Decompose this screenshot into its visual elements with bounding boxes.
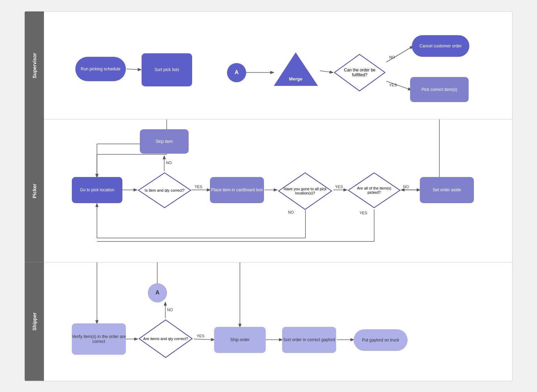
svg-text:NO: NO: [389, 55, 395, 59]
are-items-qty-correct-node: Are items and qty correct?: [137, 318, 194, 359]
svg-text:YES: YES: [335, 185, 343, 189]
sort-pick-lists-node: Sort pick lists: [142, 53, 192, 86]
ship-order-node: Ship order: [214, 327, 266, 353]
place-item-node: Place item in cardboard box: [210, 177, 264, 203]
picker-lane: NO YES NO YES NO: [44, 120, 512, 262]
svg-line-42: [194, 339, 214, 340]
svg-line-3: [386, 46, 413, 62]
svg-text:YES: YES: [389, 83, 397, 87]
gone-all-pick-locations-node: Have you gone to all pick location(s)?: [277, 171, 333, 211]
cancel-order-node: Cancel customer order: [412, 35, 469, 57]
picker-label: Picker: [25, 120, 44, 262]
pick-correct-items-node: Pick correct item(s): [410, 77, 469, 102]
put-gaylord-truck-node: Put gaylord on truck: [354, 329, 408, 351]
diagram-container: Supervisor Picker Shipper NO YES: [24, 11, 513, 381]
run-picking-node: Run picking schedule: [75, 57, 126, 81]
set-order-aside-node: Set order aside: [420, 177, 474, 203]
all-items-picked-node: Are all of the item(s) picked?: [347, 171, 402, 209]
svg-text:NO: NO: [403, 185, 409, 189]
circle-a-supervisor-node: A: [227, 63, 246, 82]
supervisor-lane: NO YES Run picking schedule Sort pick li…: [44, 11, 512, 120]
is-item-qty-correct-node: Is item and qty correct?: [137, 171, 192, 209]
merge-node: Merge: [272, 49, 319, 89]
sort-gaylord-node: Sort order in correct gaylord: [282, 327, 336, 353]
lanes-content: NO YES Run picking schedule Sort pick li…: [44, 11, 512, 381]
svg-text:Merge: Merge: [289, 76, 302, 82]
svg-text:NO: NO: [166, 161, 172, 165]
supervisor-label: Supervisor: [25, 11, 44, 120]
svg-line-2: [320, 71, 333, 72]
go-pick-location-node: Go to pick location: [72, 177, 122, 203]
verify-items-node: Verify item(s) in the order are correct: [72, 323, 126, 355]
svg-text:YES: YES: [195, 185, 202, 189]
circle-a-shipper-node: A: [148, 283, 167, 302]
svg-line-5: [386, 81, 411, 90]
shipper-label: Shipper: [25, 262, 44, 381]
shipper-arrows: NO YES: [44, 262, 512, 381]
skip-item-node: Skip item: [140, 129, 189, 154]
can-order-fulfilled-node: Can the order be fulfilled?: [333, 53, 387, 93]
svg-line-0: [127, 69, 141, 70]
merge-triangle-svg: Merge: [272, 49, 319, 89]
swim-lane-labels: Supervisor Picker Shipper: [25, 11, 44, 381]
svg-text:YES: YES: [360, 211, 367, 215]
svg-text:YES: YES: [197, 334, 204, 338]
svg-text:NO: NO: [167, 308, 173, 312]
shipper-lane: NO YES Verify item(s) in the order are c…: [44, 262, 512, 381]
